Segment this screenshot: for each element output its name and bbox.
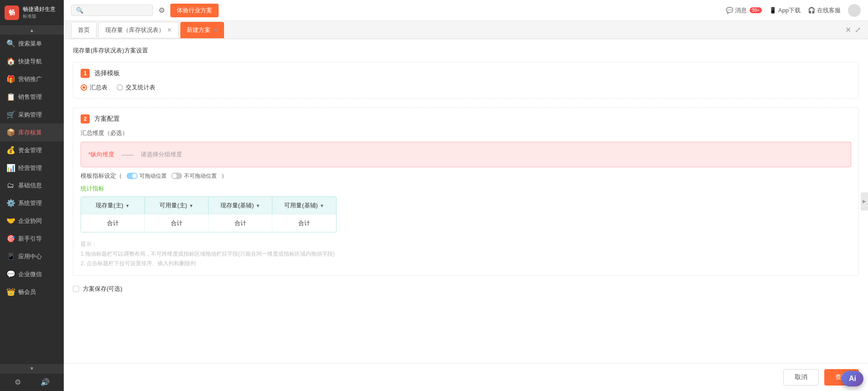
dim-row: *纵向维度 —— 请选择分组维度 xyxy=(88,150,843,159)
stat-section-title: 统计指标 xyxy=(81,185,851,193)
chevron-down-icon: ▼ xyxy=(320,203,324,208)
message-item[interactable]: 💬 消息 99+ xyxy=(726,6,762,15)
chart-icon: 📊 xyxy=(6,164,15,172)
sidebar-item-member[interactable]: 👑 畅会员 xyxy=(0,283,64,301)
radio-cross-circle xyxy=(117,84,123,91)
content: 现存量(库存状况表)方案设置 1 选择模板 汇总表 交叉统计表 2 xyxy=(64,39,868,363)
toggle-draggable-box[interactable] xyxy=(127,173,138,179)
cancel-button[interactable]: 取消 xyxy=(783,369,819,386)
ai-button[interactable]: Ai xyxy=(842,371,863,386)
sidebar-item-management[interactable]: 📊 经营管理 xyxy=(0,159,64,177)
indicator-label-close: ） xyxy=(221,172,227,180)
sidebar-item-finance[interactable]: 💰 资金管理 xyxy=(0,141,64,159)
app-download-item[interactable]: 📱 App下载 xyxy=(769,6,801,15)
message-icon: 💬 xyxy=(726,7,733,14)
tab-new-close[interactable]: ✕ xyxy=(213,27,218,33)
search-icon: 🔍 xyxy=(6,39,15,48)
radio-summary[interactable]: 汇总表 xyxy=(81,83,107,92)
tab-new[interactable]: 新建方案 ✕ xyxy=(180,22,224,38)
logo-icon: 畅 xyxy=(5,5,19,20)
settings-icon[interactable]: ⚙ xyxy=(15,378,21,386)
tab-home[interactable]: 首页 xyxy=(71,22,97,38)
sidebar-item-wechat[interactable]: 💬 企业微信 xyxy=(0,265,64,283)
toggle-non-draggable-box[interactable] xyxy=(171,173,182,179)
tips: 提示： 1.拖动标题栏可以调整布局，不可跨维度或指标区域拖动栏目字段(只能在同一… xyxy=(81,239,851,269)
template-options: 汇总表 交叉统计表 xyxy=(81,83,851,92)
user-avatar[interactable] xyxy=(848,4,861,17)
tabbar: 首页 现存量（库存状况表） ✕ 新建方案 ✕ ✕ ⤢ xyxy=(64,21,868,39)
indicator-table-row: 合计 合计 合计 合计 xyxy=(81,214,336,232)
indicator-table: 现存量(主) ▼ 可用量(主) ▼ 现存量(基辅) ▼ 可用量(基辅) ▼ xyxy=(81,196,337,232)
vertical-dim-required: *纵向维度 xyxy=(88,150,114,159)
sidebar-logo: 畅 畅捷通好生意 标准版 xyxy=(0,0,64,26)
gift-icon: 🎁 xyxy=(6,75,15,83)
app-download-label: App下载 xyxy=(778,6,801,15)
sidebar-item-label: 搜索菜单 xyxy=(18,40,42,48)
dim-separator: —— xyxy=(122,151,133,158)
save-option-label: 方案保存(可选) xyxy=(83,285,123,293)
topbar-left: 🔍 ⚙ 体验行业方案 xyxy=(71,4,219,17)
footer: 取消 查询 xyxy=(64,363,868,391)
topbar-search[interactable]: 🔍 xyxy=(71,5,153,16)
sidebar-item-enterprise[interactable]: 🤝 企业协同 xyxy=(0,212,64,230)
sidebar-item-basic[interactable]: 🗂 基础信息 xyxy=(0,177,64,194)
sidebar-item-shortcut[interactable]: 🏠 快捷导航 xyxy=(0,52,64,70)
chevron-down-icon: ▼ xyxy=(189,203,194,208)
radio-summary-label: 汇总表 xyxy=(90,83,107,92)
tab-new-label: 新建方案 xyxy=(187,26,210,34)
col-available-main[interactable]: 可用量(主) ▼ xyxy=(145,197,209,214)
search-icon: 🔍 xyxy=(76,7,83,14)
side-expand-handle[interactable]: ▶ xyxy=(861,192,868,211)
topbar-right: 💬 消息 99+ 📱 App下载 🎧 在线客服 xyxy=(726,4,861,17)
indicator-table-header: 现存量(主) ▼ 可用量(主) ▼ 现存量(基辅) ▼ 可用量(基辅) ▼ xyxy=(81,197,336,214)
cell-current-base: 合计 xyxy=(209,215,272,232)
vertical-dim-box[interactable]: *纵向维度 —— 请选择分组维度 xyxy=(81,142,851,167)
sidebar-item-marketing[interactable]: 🎁 营销推广 xyxy=(0,70,64,88)
save-checkbox[interactable] xyxy=(73,286,79,292)
indicator-label-text: 模板指标设定（ xyxy=(81,172,122,180)
gear-icon: ⚙️ xyxy=(6,199,15,207)
sidebar-item-inventory[interactable]: 📦 库存核算 xyxy=(0,123,64,141)
app-edition: 标准版 xyxy=(23,13,56,20)
section2-title: 方案配置 xyxy=(94,115,120,123)
radio-cross[interactable]: 交叉统计表 xyxy=(117,83,155,92)
vertical-dim-placeholder: 请选择分组维度 xyxy=(141,150,182,159)
tab-inventory[interactable]: 现存量（库存状况表） ✕ xyxy=(98,22,179,38)
search-input[interactable] xyxy=(86,7,141,14)
indicator-label-row: 模板指标设定（ 可拖动位置 不可拖动位置 ） xyxy=(81,172,851,180)
home-icon: 🏠 xyxy=(6,57,15,66)
volume-icon[interactable]: 🔊 xyxy=(41,378,50,386)
cell-available-base: 合计 xyxy=(272,215,336,232)
apps-icon: 📱 xyxy=(6,252,15,261)
tab-expand-icon[interactable]: ⤢ xyxy=(855,26,861,34)
sidebar-item-system[interactable]: ⚙️ 系统管理 xyxy=(0,194,64,212)
sidebar-item-sales[interactable]: 📋 销售管理 xyxy=(0,88,64,106)
wechat-icon: 💬 xyxy=(6,270,15,278)
col-available-base[interactable]: 可用量(基辅) ▼ xyxy=(272,197,336,214)
section1-num: 1 xyxy=(81,69,90,78)
section-config: 2 方案配置 汇总维度（必选） *纵向维度 —— 请选择分组维度 模板指标设定（… xyxy=(73,108,859,276)
sidebar-scroll-up[interactable]: ▲ xyxy=(0,26,64,35)
main: 🔍 ⚙ 体验行业方案 💬 消息 99+ 📱 App下载 🎧 在线客服 xyxy=(64,0,868,391)
sidebar-item-purchase[interactable]: 🛒 采购管理 xyxy=(0,106,64,123)
sidebar-item-search[interactable]: 🔍 搜索菜单 xyxy=(0,35,64,52)
cell-current-main: 合计 xyxy=(81,215,145,232)
settings-gear-icon[interactable]: ⚙ xyxy=(158,6,165,15)
ai-button-label: Ai xyxy=(849,375,856,383)
col-current-base[interactable]: 现存量(基辅) ▼ xyxy=(209,197,272,214)
toggle-draggable: 可拖动位置 xyxy=(127,172,167,180)
online-service-item[interactable]: 🎧 在线客服 xyxy=(808,6,841,15)
sidebar: 畅 畅捷通好生意 标准版 ▲ 🔍 搜索菜单 🏠 快捷导航 🎁 营销推广 📋 销售… xyxy=(0,0,64,391)
trial-button[interactable]: 体验行业方案 xyxy=(170,4,219,17)
sidebar-items: 🔍 搜索菜单 🏠 快捷导航 🎁 营销推广 📋 销售管理 🛒 采购管理 📦 库存核… xyxy=(0,35,64,364)
tab-close-icon[interactable]: ✕ xyxy=(845,26,851,34)
sidebar-scroll-down[interactable]: ▼ xyxy=(0,364,64,373)
online-service-label: 在线客服 xyxy=(817,6,841,15)
sales-icon: 📋 xyxy=(6,93,15,101)
tab-inventory-close[interactable]: ✕ xyxy=(167,27,172,33)
money-icon: 💰 xyxy=(6,146,15,154)
col-current-main[interactable]: 现存量(主) ▼ xyxy=(81,197,145,214)
sidebar-item-apps[interactable]: 📱 应用中心 xyxy=(0,247,64,265)
sidebar-item-guide[interactable]: 🎯 新手引导 xyxy=(0,230,64,247)
section2-num: 2 xyxy=(81,114,90,123)
